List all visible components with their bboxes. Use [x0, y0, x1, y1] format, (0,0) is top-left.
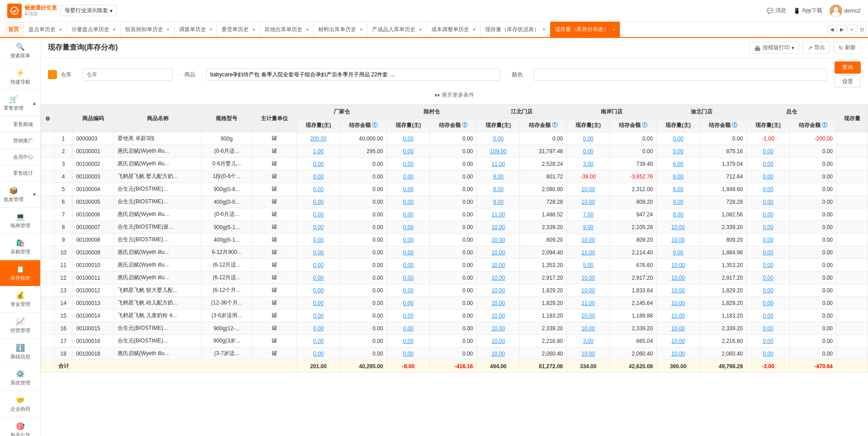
sidebar-item-search[interactable]: 🔍 搜索英单 [0, 38, 40, 64]
close-icon[interactable]: × [59, 27, 62, 32]
purchase-icon: 🛍️ [16, 239, 25, 247]
setting-btn[interactable]: 设置 [835, 75, 861, 88]
sidebar-item-collab[interactable]: 🤝 企业协同 [0, 391, 40, 417]
tab-stock-status[interactable]: 现存量（库存状况表） × [481, 22, 551, 37]
sidebar-item-operations[interactable]: 📈 经营管理 [0, 313, 40, 339]
tab-scroll-right[interactable]: ▶ [837, 25, 846, 34]
tab-transfer[interactable]: 调拨单历史 × [175, 22, 217, 37]
sidebar-item-nav[interactable]: ⚡ 快捷导航 [0, 64, 40, 90]
sidebar-item-guide[interactable]: 🎯 新手引导 [0, 417, 40, 436]
sidebar-item-retail-mgmt[interactable]: 🛒 零售管理 ▲ [0, 90, 40, 117]
sidebar-item-inventory[interactable]: 📋 库存核算 [0, 260, 40, 286]
username: demo2 [844, 8, 861, 14]
app-download-btn[interactable]: 📱 App下载 [793, 7, 822, 14]
close-icon[interactable]: × [613, 27, 615, 32]
tab-home[interactable]: 首页 [4, 22, 24, 37]
table-row: 12 00100011 惠氏启赋(Wyeth illu... (6-12月适..… [41, 272, 868, 284]
filter-row-1: › 仓库 ··· 商品 ··· 颜色 查询 设置 [48, 61, 861, 88]
tab-scroll-left[interactable]: ◀ [827, 25, 836, 34]
message-btn[interactable]: 💬 消息 [767, 7, 786, 14]
col-jb-amt: 结存金额 ① [520, 119, 567, 132]
tab-stock-dist[interactable]: 现存量（库存分布表） × [550, 22, 620, 37]
sidebar-item-members[interactable]: 会员中心 [0, 149, 40, 165]
system-icon: ⚙️ [16, 370, 25, 378]
product-picker-btn[interactable]: ··· [504, 71, 508, 78]
col-gear[interactable]: ⚙ [41, 105, 55, 132]
filter-toggle-btn[interactable]: › [48, 70, 57, 79]
industry-selector[interactable]: 母婴行业演示陈套 ▾ [61, 5, 117, 16]
warehouse-input[interactable] [82, 68, 173, 81]
sidebar-item-purchase[interactable]: 🛍️ 采购管理 [0, 234, 40, 260]
export-btn[interactable]: ↗ 导出 [803, 42, 830, 54]
svg-point-3 [832, 12, 840, 17]
gear-icon[interactable]: ⚙ [45, 116, 50, 122]
page-header: 现存量查询(库存分布) 🖨️ 按模版打印 ▾ ↗ 导出 ↻ 刷新 [41, 38, 868, 58]
sidebar-item-system[interactable]: ⚙️ 系统管理 [0, 365, 40, 391]
chevron-icon: ▼ [32, 192, 37, 197]
sidebar-item-finance[interactable]: 💰 资金管理 [0, 286, 40, 313]
close-icon[interactable]: × [360, 27, 363, 32]
col-no [55, 105, 72, 132]
tab-product-in[interactable]: 产成品入库单历史 × [368, 22, 427, 37]
refresh-btn[interactable]: ↻ 刷新 [834, 42, 861, 54]
close-icon[interactable]: × [543, 27, 546, 32]
page-title: 现存量查询(库存分布) [48, 43, 118, 52]
nav-icon: ⚡ [16, 69, 25, 77]
sidebar-item-marketing[interactable]: 营销推广 [0, 133, 40, 149]
logo-area: 畅捷通好生意 标准版 [7, 4, 57, 18]
svg-point-0 [11, 7, 18, 14]
tab-other-out[interactable]: 其他出库单历史 × [260, 22, 314, 37]
close-icon[interactable]: × [252, 27, 255, 32]
tab-expand[interactable]: ⊡ [857, 25, 866, 34]
close-icon[interactable]: × [473, 27, 476, 32]
logo-text: 畅捷通好生意 [24, 5, 57, 11]
dropdown-icon: ▾ [792, 45, 794, 51]
col-fac-amt: 结存金额 ① [340, 119, 387, 132]
close-icon[interactable]: × [419, 27, 422, 32]
tab-material-out[interactable]: 材料出库单历史 × [314, 22, 368, 37]
product-input[interactable] [206, 68, 500, 81]
tab-controls: ◀ ▶ × ⊡ [826, 22, 868, 37]
sidebar-item-basic-info[interactable]: ℹ️ 基础信息 [0, 339, 40, 365]
table-row: 1 0000003 爱他美 卓蔚3段 900g 罐 200.00 40,000.… [41, 132, 868, 145]
table-row: 4 00100003 飞鹤星飞帆 婴儿配方奶... 1段(0-6个... 罐 0… [41, 170, 868, 183]
user-profile[interactable]: demo2 [830, 5, 861, 17]
sidebar-item-wholesale[interactable]: 📦 批发管理 ▼ [0, 182, 40, 208]
close-icon[interactable]: × [113, 27, 116, 32]
wholesale-icon: 📦 [9, 186, 18, 195]
chevron-down-icon: ▾ [110, 8, 113, 14]
print-btn[interactable]: 🖨️ 按模版打印 ▾ [749, 42, 799, 54]
logo-icon [7, 4, 22, 18]
close-icon[interactable]: × [210, 27, 212, 32]
refresh-icon: ↻ [839, 45, 843, 51]
table-container[interactable]: ⚙ 商品编码 商品名称 规格型号 主计量单位 厂家仓 陆村仓 江北门店 南岸门店… [41, 105, 868, 436]
col-lc-qty: 现存量(主) [387, 119, 430, 132]
tab-cost-adjust[interactable]: 成本调整单历史 × [427, 22, 481, 37]
expand-down-icon: ▾▾ [434, 92, 440, 98]
sidebar-item-retail-stats[interactable]: 零售统计 [0, 165, 40, 182]
col-yb-qty: 现存量(主) [657, 119, 700, 132]
tab-inventory-check[interactable]: 盘点单历史 × [24, 22, 67, 37]
tab-purchase-order[interactable]: 要货单历史 × [217, 22, 260, 37]
close-icon[interactable]: × [167, 27, 170, 32]
table-footer-row: 合计 201.00 40,295.00 -8.00 -416.16 494.00… [41, 360, 868, 373]
col-unit: 主计量单位 [252, 105, 297, 132]
close-icon[interactable]: × [306, 27, 309, 32]
table-row: 2 00100001 惠氏启赋(Wyeth illu... (0-6月适... … [41, 145, 868, 158]
tab-close-all[interactable]: × [847, 25, 856, 34]
expand-conditions-btn[interactable]: ▾▾ 展开更多条件 [48, 89, 861, 101]
query-btn[interactable]: 查询 [835, 61, 861, 74]
color-input[interactable] [533, 68, 827, 81]
sidebar-item-ecommerce[interactable]: 💻 电商管理 [0, 208, 40, 234]
warehouse-label: 仓库 [61, 71, 79, 79]
product-label: 商品 [184, 71, 203, 79]
color-label: 颜色 [512, 71, 530, 79]
tab-partial-check[interactable]: 分量盘点单历史 × [67, 22, 121, 37]
table-row: 17 00100016 合生元(BIOSTIME)… 900g(3岁... 罐 … [41, 335, 868, 347]
tab-assembly[interactable]: 组装拆卸单历史 × [121, 22, 175, 37]
table-row: 3 00100002 惠氏启赋(Wyeth illu... 0-6月婴儿... … [41, 158, 868, 170]
warehouse-picker-btn[interactable]: ··· [176, 71, 181, 78]
col-na-qty: 现存量(主) [567, 119, 610, 132]
sidebar-item-retail-shop[interactable]: 零售商城 [0, 117, 40, 133]
inventory-icon: 📋 [16, 265, 25, 273]
